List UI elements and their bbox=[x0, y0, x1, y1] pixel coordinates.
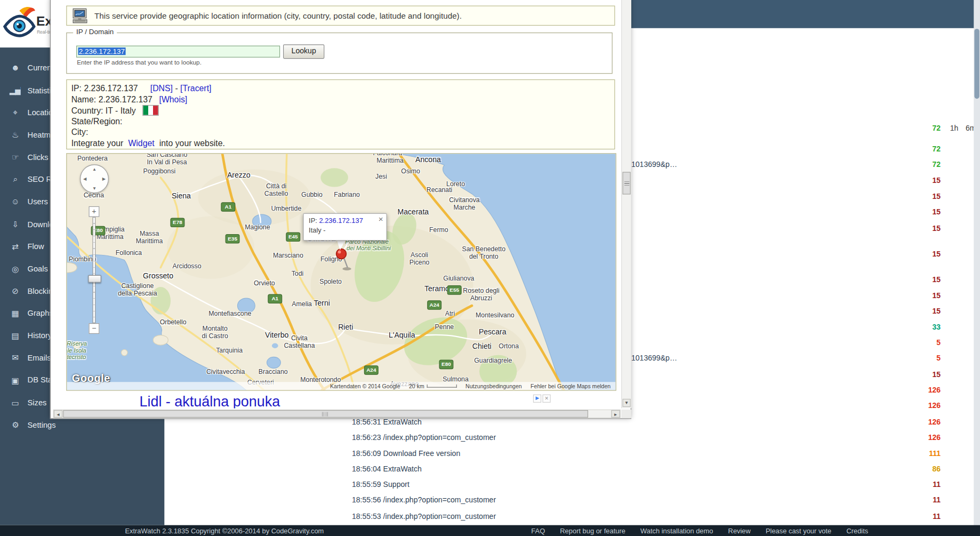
pan-left-icon[interactable]: ◀ bbox=[83, 177, 86, 181]
map-label: Macerata bbox=[397, 207, 429, 216]
map-label: Jesi bbox=[375, 173, 387, 180]
map-label: Civitavecchia bbox=[206, 367, 245, 375]
selected-input-text: 2.236.172.137 bbox=[78, 47, 126, 55]
row-title[interactable]: 18:56:23 /index.php?option=com_customer bbox=[352, 433, 496, 442]
map-copyright-text: Kartendaten © 2014 Google bbox=[330, 383, 400, 389]
road-shield: E45 bbox=[286, 232, 300, 242]
adchoices-icon[interactable] bbox=[533, 395, 541, 403]
zoom-slider-handle[interactable] bbox=[88, 275, 101, 283]
fieldset-legend: IP / Domain bbox=[73, 28, 117, 36]
row-count: 11 bbox=[897, 476, 941, 492]
pan-right-icon[interactable]: ▶ bbox=[102, 177, 106, 181]
vertical-scrollbar-thumb[interactable] bbox=[623, 172, 631, 194]
map-scale: 20 km bbox=[409, 383, 457, 389]
row-title[interactable]: 18:55:53 /index.php?option=com_customer bbox=[352, 512, 496, 521]
google-map[interactable]: LivornoPontederaSan CascianoIn Val di Pe… bbox=[66, 153, 616, 390]
scroll-left-button[interactable]: ◄ bbox=[54, 410, 62, 418]
row-count: 11 bbox=[897, 492, 941, 508]
name-value: 2.236.172.137 bbox=[99, 95, 152, 105]
footer-link-credits[interactable]: Credits bbox=[846, 527, 868, 534]
map-label: Magione bbox=[245, 223, 270, 230]
ad-banner: Lidl - aktuálna ponuka ✕ bbox=[66, 393, 615, 408]
road-shield: E78 bbox=[170, 218, 184, 228]
dialog-vertical-scrollbar[interactable]: ▼ bbox=[621, 0, 631, 408]
ip-domain-input[interactable]: 2.236.172.137 bbox=[76, 46, 280, 58]
zoom-slider-track[interactable] bbox=[92, 217, 95, 323]
lookup-button[interactable]: Lookup bbox=[283, 44, 324, 59]
map-label: Fabriano bbox=[334, 191, 360, 198]
footer-link-review[interactable]: Review bbox=[728, 527, 751, 534]
pan-up-icon[interactable]: ▲ bbox=[92, 167, 97, 171]
page-scrollbar-thumb[interactable] bbox=[974, 29, 979, 99]
scroll-right-button[interactable]: ► bbox=[611, 410, 620, 418]
result-ip-line: IP: 2.236.172.137 [DNS] - [Tracert] bbox=[71, 83, 615, 94]
map-label: del Tronto bbox=[469, 253, 499, 260]
infowindow-country-text: Italy - bbox=[309, 226, 381, 234]
map-label: Civita bbox=[291, 334, 308, 341]
widget-link[interactable]: Widget bbox=[128, 139, 154, 148]
row-title[interactable]: 18:55:59 Support bbox=[352, 480, 409, 489]
dns-link[interactable]: [DNS] bbox=[150, 84, 173, 93]
row-count: 86 bbox=[897, 461, 941, 477]
footer-link-report-bug-or-feature[interactable]: Report bug or feature bbox=[560, 527, 625, 534]
table-row[interactable]: 18:55:53 /index.php?option=com_customer1… bbox=[352, 508, 980, 524]
row-count: 72 bbox=[897, 141, 941, 157]
close-infowindow-button[interactable]: × bbox=[379, 214, 383, 224]
map-label: Castiglione bbox=[121, 282, 154, 290]
map-label: Ancona bbox=[415, 155, 441, 164]
footer-link-please-cast-your-vote[interactable]: Please cast your vote bbox=[766, 527, 831, 534]
map-label: Teramo bbox=[424, 284, 449, 293]
terms-link[interactable]: Nutzungsbedingungen bbox=[465, 383, 522, 389]
map-label: dei Monti Sibillini bbox=[347, 245, 391, 252]
table-row[interactable]: 18:55:59 Support11 bbox=[352, 476, 980, 492]
page-scrollbar[interactable] bbox=[974, 0, 980, 536]
footer-links: FAQReport bug or featureWatch installati… bbox=[531, 527, 868, 534]
map-label: Marche bbox=[453, 203, 475, 211]
row-title[interactable]: 18:55:56 /index.php?option=com_customer bbox=[352, 496, 496, 505]
result-integrate-line: Integrate your Widget into your website. bbox=[71, 138, 615, 149]
row-title[interactable]: 18:56:09 Download Free version bbox=[352, 449, 460, 458]
map-label: Montesilvano bbox=[476, 311, 515, 319]
row-count: 5 bbox=[897, 334, 941, 350]
road-shield: E55 bbox=[447, 285, 462, 295]
horizontal-scrollbar-thumb[interactable] bbox=[63, 410, 588, 418]
map-label: Poggibonsi bbox=[143, 167, 175, 174]
extrawatch-app: ☻Current▂▅▇Statistics⌖Locations♨Heatmap☞… bbox=[0, 0, 980, 536]
row-count: 15 bbox=[897, 246, 941, 262]
table-row[interactable]: 18:56:04 ExtraWatch86 bbox=[352, 461, 980, 477]
map-pan-control[interactable]: ▲ ▼ ◀ ▶ bbox=[80, 164, 109, 193]
ad-headline-link[interactable]: Lidl - aktuálna ponuka bbox=[139, 393, 280, 408]
tracert-link[interactable]: [Tracert] bbox=[180, 84, 211, 93]
lookup-result-box: IP: 2.236.172.137 [DNS] - [Tracert] Name… bbox=[66, 79, 615, 149]
row-count: 15 bbox=[897, 366, 941, 382]
link-separator: - bbox=[175, 84, 178, 93]
infowindow-ip-link[interactable]: 2.236.172.137 bbox=[319, 217, 363, 225]
ad-close-button[interactable]: ✕ bbox=[542, 395, 550, 403]
map-label: Recanati bbox=[427, 186, 453, 193]
row-title[interactable]: 18:56:31 ExtraWatch bbox=[352, 418, 422, 426]
table-row[interactable]: 18:56:23 /index.php?option=com_customer1… bbox=[352, 429, 980, 445]
zoom-in-button[interactable]: + bbox=[89, 206, 99, 217]
map-label: Amelia bbox=[292, 300, 312, 308]
road-shield: A24 bbox=[427, 300, 441, 310]
scroll-down-button[interactable]: ▼ bbox=[623, 399, 631, 407]
country-value: IT - Italy bbox=[106, 106, 136, 116]
table-row[interactable]: 18:55:56 /index.php?option=com_customer1… bbox=[352, 492, 980, 508]
report-map-error-link[interactable]: Fehler bei Google Maps melden bbox=[531, 383, 611, 389]
map-label: Fermo bbox=[429, 226, 448, 233]
ip-label: IP: bbox=[71, 84, 82, 93]
copyright-text: ExtraWatch 2.3.1835 Copyright ©2006-2014… bbox=[125, 527, 324, 534]
dialog-horizontal-scrollbar[interactable]: ◄ ► bbox=[53, 410, 621, 418]
whois-link[interactable]: [Whois] bbox=[159, 95, 187, 105]
row-title[interactable]: 18:56:04 ExtraWatch bbox=[352, 465, 422, 473]
map-label: Marittima bbox=[136, 237, 163, 244]
map-label: Città di bbox=[266, 182, 286, 189]
map-label: tale Isola bbox=[66, 347, 86, 354]
footer-link-watch-installation-demo[interactable]: Watch installation demo bbox=[640, 527, 713, 534]
pan-down-icon[interactable]: ▼ bbox=[92, 186, 97, 190]
map-label: L'Aquila bbox=[389, 331, 415, 339]
table-row[interactable]: 18:56:09 Download Free version111 bbox=[352, 445, 980, 461]
footer-link-faq[interactable]: FAQ bbox=[531, 527, 545, 534]
map-label: Tarquinia bbox=[216, 346, 243, 354]
zoom-out-button[interactable]: − bbox=[89, 323, 99, 334]
